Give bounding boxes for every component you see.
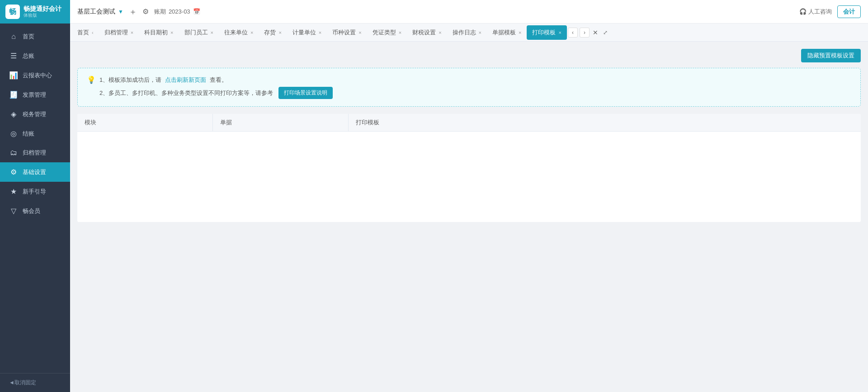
sidebar-item-invoice-label: 发票管理: [23, 91, 46, 99]
sidebar-item-reports[interactable]: 📊 云报表中心: [0, 66, 70, 85]
tab-partner-close[interactable]: ×: [250, 30, 253, 35]
tab-voucher-type-label: 凭证类型: [373, 28, 396, 37]
print-scene-explain-button[interactable]: 打印场景设置说明: [278, 87, 333, 99]
tax-icon: ◈: [9, 110, 18, 118]
sidebar-item-home[interactable]: ⌂ 首页: [0, 27, 70, 46]
tab-archive-mgmt-close[interactable]: ×: [131, 30, 133, 35]
reports-icon: 📊: [9, 71, 18, 80]
sidebar-item-guide[interactable]: ★ 新手引导: [0, 182, 70, 201]
info-box-content: 💡 1、模板添加成功后，请 点击刷新新页面 查看。 2、多员工、多打印机、多种业…: [87, 76, 851, 99]
tab-archive-mgmt[interactable]: 归档管理 ×: [99, 25, 139, 40]
tab-tax-settings[interactable]: 财税设置 ×: [407, 25, 447, 40]
tab-dept-staff[interactable]: 部门员工 ×: [179, 25, 219, 40]
unpin-button[interactable]: ◄取消固定: [0, 373, 70, 392]
tab-operation-log[interactable]: 操作日志 ×: [447, 25, 487, 40]
hide-template-button[interactable]: 隐藏预置模板设置: [801, 49, 861, 62]
invoice-icon: 🧾: [9, 90, 18, 99]
table-col-template: 打印模板: [349, 114, 861, 131]
company-name: 基层工会测试: [77, 8, 115, 16]
bulb-icon: 💡: [87, 76, 96, 84]
tab-inventory[interactable]: 存货 ×: [259, 25, 287, 40]
tab-voucher-type-close[interactable]: ×: [399, 30, 401, 35]
sidebar-item-invoice[interactable]: 🧾 发票管理: [0, 85, 70, 104]
refresh-link[interactable]: 点击刷新新页面: [165, 76, 206, 84]
logo-icon: 畅: [5, 5, 20, 19]
sidebar-item-tax[interactable]: ◈ 税务管理: [0, 104, 70, 124]
sidebar-item-reports-label: 云报表中心: [23, 71, 52, 80]
period-selector: 账期 2023-03 📅: [154, 8, 200, 16]
tab-dept-staff-close[interactable]: ×: [211, 30, 213, 35]
tab-home[interactable]: 首页 ‹: [72, 25, 99, 40]
app-logo: 畅 畅捷通好会计 体验版: [0, 0, 70, 24]
tab-operation-log-label: 操作日志: [453, 28, 476, 37]
sidebar-item-member-label: 畅会员: [23, 207, 40, 215]
tab-unit[interactable]: 计量单位 ×: [287, 25, 327, 40]
tab-operation-log-close[interactable]: ×: [479, 30, 481, 35]
app-title: 畅捷通好会计: [24, 5, 61, 13]
service-label: 人工咨询: [808, 8, 832, 16]
tabbar: 首页 ‹ 归档管理 × 科目期初 × 部门员工 × 往来单位 × 存货 × 计量…: [70, 24, 868, 42]
sidebar-item-basic-label: 基础设置: [23, 168, 46, 176]
home-icon: ⌂: [9, 33, 18, 41]
archive-icon: 🗂: [9, 149, 18, 157]
tab-subject-init-close[interactable]: ×: [170, 30, 173, 35]
tab-print-template-close[interactable]: ×: [558, 30, 561, 35]
tab-currency-close[interactable]: ×: [359, 30, 361, 35]
tab-archive-mgmt-label: 归档管理: [104, 28, 128, 37]
tab-single-voucher-label: 单据模板: [492, 28, 516, 37]
tab-partner-label: 往来单位: [224, 28, 248, 37]
tab-unit-label: 计量单位: [292, 28, 316, 37]
tab-unit-close[interactable]: ×: [319, 30, 321, 35]
sidebar-item-member[interactable]: ▽ 畅会员: [0, 201, 70, 221]
tab-next-btn[interactable]: ›: [580, 28, 590, 38]
info-line1-prefix: 1、模板添加成功后，请: [99, 76, 161, 84]
calendar-icon[interactable]: 📅: [193, 8, 200, 15]
app-subtitle: 体验版: [24, 12, 61, 19]
tab-home-label: 首页: [77, 28, 89, 37]
table-col-module: 模块: [77, 114, 213, 131]
settings-icon[interactable]: ⚙: [142, 7, 149, 16]
sidebar-item-settlement[interactable]: ◎ 结账: [0, 124, 70, 143]
tab-inventory-close[interactable]: ×: [278, 30, 281, 35]
sidebar-item-archive-label: 归档管理: [23, 149, 46, 157]
tab-currency[interactable]: 币种设置 ×: [327, 25, 367, 40]
tab-prev-btn[interactable]: ‹: [568, 28, 578, 38]
tab-partner[interactable]: 往来单位 ×: [219, 25, 259, 40]
tab-voucher-type[interactable]: 凭证类型 ×: [367, 25, 407, 40]
kuaiji-button[interactable]: 会计: [837, 5, 861, 18]
info-box: 💡 1、模板添加成功后，请 点击刷新新页面 查看。 2、多员工、多打印机、多种业…: [77, 68, 861, 107]
tab-close-all-btn[interactable]: ✕: [590, 28, 600, 38]
member-icon: ▽: [9, 207, 18, 215]
tab-tax-settings-label: 财税设置: [412, 28, 436, 37]
tab-home-close[interactable]: ‹: [92, 30, 94, 35]
tab-single-voucher-close[interactable]: ×: [519, 30, 521, 35]
tab-dept-staff-label: 部门员工: [184, 28, 208, 37]
data-table: 模块 单据 打印模板: [77, 114, 861, 222]
tab-print-template-label: 打印模板: [532, 28, 556, 37]
tab-tax-settings-close[interactable]: ×: [439, 30, 441, 35]
service-button[interactable]: 🎧 人工咨询: [799, 8, 832, 16]
table-header: 模块 单据 打印模板: [77, 114, 861, 132]
add-company-icon[interactable]: ＋: [129, 6, 137, 17]
tab-expand-btn[interactable]: ⤢: [600, 28, 610, 38]
sidebar-item-ledger-label: 总账: [23, 52, 34, 60]
tab-currency-label: 币种设置: [332, 28, 356, 37]
settlement-icon: ◎: [9, 129, 18, 138]
unpin-label: ◄取消固定: [9, 379, 36, 387]
tab-subject-init[interactable]: 科目期初 ×: [139, 25, 179, 40]
tab-print-template[interactable]: 打印模板 ×: [527, 25, 566, 40]
ledger-icon: ☰: [9, 52, 18, 60]
period-value: 2023-03: [169, 8, 190, 15]
tab-inventory-label: 存货: [264, 28, 276, 37]
info-row-1: 💡 1、模板添加成功后，请 点击刷新新页面 查看。: [87, 76, 851, 84]
sidebar-item-home-label: 首页: [23, 33, 34, 41]
company-dropdown-icon[interactable]: ▼: [118, 9, 123, 15]
company-selector[interactable]: 基层工会测试 ▼: [77, 8, 123, 16]
tab-single-voucher[interactable]: 单据模板 ×: [487, 25, 527, 40]
sidebar-item-settlement-label: 结账: [23, 130, 34, 138]
hide-template-section: 隐藏预置模板设置: [77, 49, 861, 62]
sidebar-item-ledger[interactable]: ☰ 总账: [0, 46, 70, 66]
sidebar-item-basic[interactable]: ⚙ 基础设置: [0, 162, 70, 182]
basic-icon: ⚙: [9, 168, 18, 176]
sidebar-item-archive[interactable]: 🗂 归档管理: [0, 143, 70, 162]
